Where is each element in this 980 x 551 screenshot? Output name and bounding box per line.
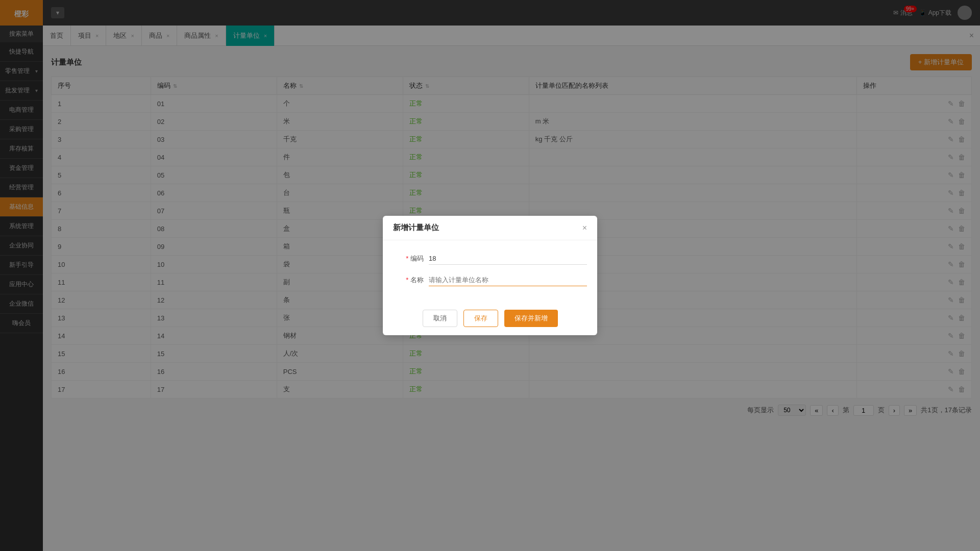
save-and-new-button[interactable]: 保存并新增 — [504, 310, 558, 327]
modal-body: 编码 名称 — [383, 240, 597, 304]
name-label: 名称 — [393, 276, 424, 285]
name-field-row: 名称 — [393, 274, 587, 286]
save-button[interactable]: 保存 — [463, 310, 498, 327]
add-unit-modal: 新增计量单位 × 编码 名称 取消 保存 保存并新增 — [383, 216, 597, 335]
code-field-row: 编码 — [393, 253, 587, 265]
name-input[interactable] — [429, 274, 587, 286]
modal-footer: 取消 保存 保存并新增 — [383, 304, 597, 335]
code-input[interactable] — [429, 253, 587, 265]
modal-title: 新增计量单位 — [393, 223, 439, 233]
modal-header: 新增计量单位 × — [383, 216, 597, 240]
modal-overlay[interactable]: 新增计量单位 × 编码 名称 取消 保存 保存并新增 — [0, 0, 980, 551]
code-label: 编码 — [393, 254, 424, 263]
cancel-button[interactable]: 取消 — [423, 310, 457, 327]
modal-close-button[interactable]: × — [582, 223, 587, 233]
